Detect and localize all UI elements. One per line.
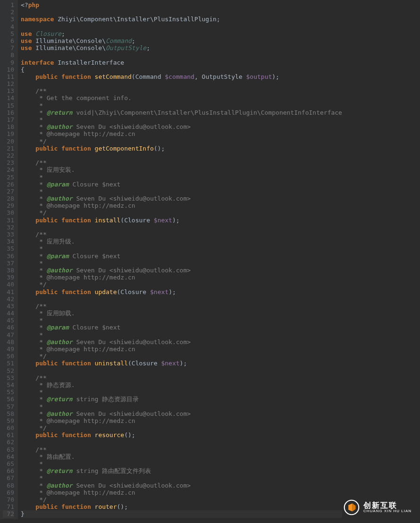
line-number: 53 <box>3 374 14 381</box>
code-line[interactable]: * 静态资源. <box>21 381 342 388</box>
code-line[interactable]: * 路由配置. <box>21 453 342 460</box>
code-line[interactable]: * @author Seven Du <shiweidu@outlook.com… <box>21 338 342 346</box>
code-line[interactable]: <?php <box>21 1 342 8</box>
code-line[interactable]: public function update(Closure $next); <box>21 288 342 295</box>
line-number: 45 <box>3 317 14 324</box>
code-line[interactable]: * @homepage http://medz.cn <box>21 130 342 137</box>
code-line[interactable]: public function uninstall(Closure $next)… <box>21 360 342 367</box>
code-line[interactable]: public function router(); <box>21 503 342 510</box>
code-line[interactable]: /** <box>21 87 342 94</box>
code-line[interactable]: * @author Seven Du <shiweidu@outlook.com… <box>21 267 342 274</box>
code-line[interactable]: * <box>21 403 342 410</box>
code-line[interactable]: */ <box>21 138 342 145</box>
code-line[interactable]: use Illuminate\Console\OutputStyle; <box>21 44 342 51</box>
code-content[interactable]: <?php namespace Zhiyi\Component\Installe… <box>18 0 342 519</box>
code-line[interactable]: * @return string 路由配置文件列表 <box>21 467 342 474</box>
line-number: 20 <box>3 138 14 145</box>
line-number: 9 <box>3 59 14 66</box>
code-line[interactable]: */ <box>21 281 342 288</box>
line-number: 22 <box>3 152 14 159</box>
code-line[interactable]: * <box>21 188 342 195</box>
code-line[interactable]: public function resource(); <box>21 431 342 439</box>
code-line[interactable]: public function setCommand(Command $comm… <box>21 73 342 80</box>
code-line[interactable]: public function getComponentInfo(); <box>21 145 342 152</box>
code-line[interactable] <box>21 80 342 87</box>
line-number: 33 <box>3 231 14 238</box>
code-line[interactable]: */ <box>21 496 342 503</box>
code-line[interactable]: * <box>21 116 342 123</box>
code-line[interactable] <box>21 23 342 30</box>
code-line[interactable]: * <box>21 317 342 324</box>
line-number: 5 <box>3 30 14 37</box>
code-line[interactable]: * @author Seven Du <shiweidu@outlook.com… <box>21 410 342 417</box>
code-line[interactable]: { <box>21 66 342 73</box>
code-line[interactable] <box>21 8 342 16</box>
code-line[interactable]: /** <box>21 303 342 310</box>
code-line[interactable]: * 应用安装. <box>21 166 342 173</box>
code-line[interactable]: namespace Zhiyi\Component\Installer\Plus… <box>21 16 342 23</box>
code-line[interactable] <box>21 224 342 231</box>
code-line[interactable]: * <box>21 245 342 252</box>
line-number: 66 <box>3 467 14 474</box>
code-line[interactable]: * @param Closure $next <box>21 253 342 260</box>
line-number: 31 <box>3 217 14 224</box>
code-line[interactable]: * @return void|\Zhiyi\Component\Installe… <box>21 109 342 116</box>
code-line[interactable] <box>21 295 342 303</box>
code-line[interactable]: * @homepage http://medz.cn <box>21 274 342 281</box>
code-line[interactable]: public function install(Closure $next); <box>21 217 342 224</box>
code-line[interactable]: * @homepage http://medz.cn <box>21 489 342 496</box>
code-line[interactable]: * @param Closure $next <box>21 324 342 331</box>
code-line[interactable]: */ <box>21 353 342 360</box>
line-number: 40 <box>3 281 14 288</box>
code-editor[interactable]: 1234567891011121314151617181920212223242… <box>0 0 420 519</box>
code-line[interactable]: */ <box>21 209 342 216</box>
line-number: 41 <box>3 288 14 295</box>
line-number: 55 <box>3 388 14 396</box>
line-number: 32 <box>3 224 14 231</box>
code-line[interactable]: * @author Seven Du <shiweidu@outlook.com… <box>21 482 342 489</box>
code-line[interactable] <box>21 367 342 374</box>
line-number: 52 <box>3 367 14 374</box>
code-line[interactable]: /** <box>21 446 342 453</box>
code-line[interactable]: * <box>21 331 342 338</box>
code-line[interactable]: /** <box>21 374 342 381</box>
line-number: 49 <box>3 346 14 353</box>
line-number: 13 <box>3 87 14 94</box>
code-line[interactable]: * @homepage http://medz.cn <box>21 202 342 209</box>
code-line[interactable] <box>21 51 342 59</box>
code-line[interactable]: interface InstallerInterface <box>21 59 342 66</box>
code-line[interactable]: use Closure; <box>21 30 342 37</box>
line-number: 59 <box>3 417 14 424</box>
line-number: 8 <box>3 51 14 59</box>
line-number: 38 <box>3 267 14 274</box>
code-line[interactable]: /** <box>21 159 342 166</box>
code-line[interactable]: */ <box>21 424 342 431</box>
line-number: 63 <box>3 446 14 453</box>
code-line[interactable]: * @author Seven Du <shiweidu@outlook.com… <box>21 123 342 130</box>
line-number: 21 <box>3 145 14 152</box>
line-number: 57 <box>3 403 14 410</box>
code-line[interactable]: * @homepage http://medz.cn <box>21 417 342 424</box>
code-line[interactable]: * @author Seven Du <shiweidu@outlook.com… <box>21 195 342 202</box>
line-number: 18 <box>3 123 14 130</box>
code-line[interactable]: * 应用卸载. <box>21 310 342 317</box>
code-line[interactable]: /** <box>21 231 342 238</box>
code-line[interactable]: * @param Closure $next <box>21 181 342 188</box>
code-line[interactable]: * <box>21 260 342 267</box>
code-line[interactable]: * <box>21 474 342 481</box>
code-line[interactable]: * <box>21 460 342 467</box>
line-number: 50 <box>3 353 14 360</box>
code-line[interactable]: } <box>21 510 342 517</box>
code-line[interactable]: * <box>21 102 342 109</box>
code-line[interactable]: use Illuminate\Console\Command; <box>21 37 342 44</box>
code-line[interactable]: * @return string 静态资源目录 <box>21 396 342 403</box>
code-line[interactable]: * <box>21 388 342 396</box>
code-line[interactable]: * <box>21 174 342 181</box>
line-number: 70 <box>3 496 14 503</box>
line-number: 67 <box>3 474 14 481</box>
code-line[interactable] <box>21 152 342 159</box>
code-line[interactable]: * Get the component info. <box>21 94 342 101</box>
code-line[interactable] <box>21 439 342 446</box>
code-line[interactable]: * @homepage http://medz.cn <box>21 346 342 353</box>
code-line[interactable]: * 应用升级. <box>21 238 342 245</box>
